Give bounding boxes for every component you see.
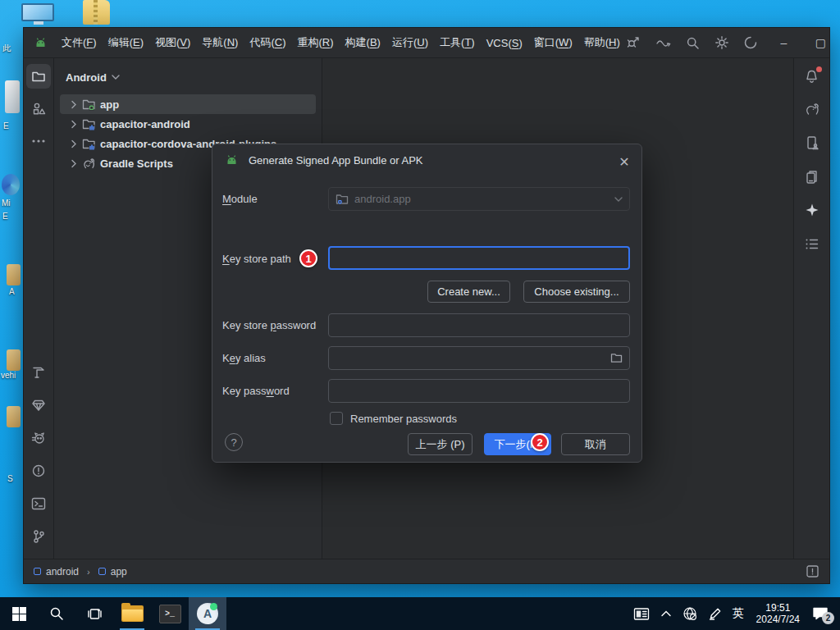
breadcrumb-app[interactable]: app: [111, 566, 127, 578]
module-folder-icon: [81, 98, 96, 111]
resource-manager-button[interactable]: [26, 96, 51, 121]
device-manager-button[interactable]: [800, 164, 824, 189]
keystore-password-field[interactable]: [328, 313, 630, 337]
more-toolwindows-button[interactable]: [26, 129, 51, 153]
gradle-icon: [81, 157, 96, 170]
statusbar-notifications-icon[interactable]: [806, 564, 819, 578]
browse-folder-icon[interactable]: [610, 353, 623, 363]
folder-icon-partial[interactable]: [7, 406, 21, 427]
folder-icon-partial[interactable]: [7, 264, 21, 285]
menu-item[interactable]: 窗口(W): [528, 35, 578, 50]
gemini-assistant-button[interactable]: [800, 198, 824, 222]
folder-icon-partial[interactable]: [7, 349, 21, 371]
attach-debugger-icon[interactable]: [626, 35, 641, 50]
zip-file-icon[interactable]: [83, 0, 110, 25]
notification-dot: [816, 66, 822, 72]
structure-button[interactable]: [800, 231, 824, 256]
desktop-label: S: [7, 474, 13, 483]
gradle-toolwindow-button[interactable]: [800, 97, 824, 121]
project-toolwindow-button[interactable]: [26, 64, 51, 89]
tree-item-label: capacitor-android: [100, 118, 190, 130]
maximize-button[interactable]: ▢: [802, 28, 839, 58]
command-prompt-button[interactable]: >_: [151, 597, 189, 630]
desktop-label: vehi: [1, 371, 16, 380]
dialog-close-icon[interactable]: ✕: [615, 153, 633, 171]
search-icon[interactable]: [686, 36, 700, 50]
key-alias-label: Key alias: [222, 352, 266, 364]
generate-signed-bundle-dialog: Generate Signed App Bundle or APK ✕ Modu…: [212, 144, 642, 463]
settings-icon[interactable]: [714, 35, 729, 50]
tree-item-label: app: [100, 98, 119, 111]
expand-chevron-icon[interactable]: [71, 159, 77, 168]
menu-item[interactable]: 导航(N): [196, 35, 244, 50]
app-quality-insights-button[interactable]: [26, 393, 51, 418]
taskbar-clock[interactable]: 19:51 2024/7/24: [750, 602, 806, 625]
key-password-input[interactable]: [336, 385, 623, 397]
minimize-button[interactable]: –: [765, 28, 802, 58]
version-control-button[interactable]: [26, 524, 51, 549]
expand-chevron-icon[interactable]: [71, 120, 77, 129]
breadcrumb-android[interactable]: android: [46, 566, 79, 578]
key-password-label: Key password: [222, 385, 290, 397]
create-new-button[interactable]: Create new...: [427, 281, 510, 303]
android-studio-taskbar-button[interactable]: A: [189, 597, 226, 630]
desktop-icon-partial[interactable]: [5, 80, 20, 113]
key-alias-field[interactable]: [328, 346, 630, 370]
keystore-path-field[interactable]: [328, 246, 630, 270]
network-offline-icon[interactable]: [677, 597, 703, 630]
key-alias-input[interactable]: [336, 352, 610, 364]
show-hidden-icons-button[interactable]: [655, 597, 677, 630]
problems-button[interactable]: [26, 459, 51, 483]
remember-passwords-checkbox[interactable]: [330, 412, 343, 425]
menu-item[interactable]: VCS(S): [481, 37, 528, 49]
menu-item[interactable]: 文件(F): [56, 35, 103, 50]
key-password-field[interactable]: [328, 379, 630, 403]
profiler-icon[interactable]: [655, 36, 671, 49]
project-view-selector[interactable]: Android: [54, 66, 322, 88]
previous-button[interactable]: 上一步 (P): [408, 433, 472, 455]
module-select[interactable]: android.app: [328, 187, 630, 211]
menu-item[interactable]: 视图(V): [149, 35, 196, 50]
keystore-password-input[interactable]: [336, 319, 623, 331]
taskbar-search-button[interactable]: [38, 597, 75, 630]
tree-row[interactable]: capacitor-android: [60, 114, 316, 134]
left-tool-stripe: [24, 58, 54, 559]
keystore-password-label: Key store password: [222, 319, 316, 331]
tree-row[interactable]: app: [60, 94, 316, 114]
menu-item[interactable]: 运行(U): [386, 35, 434, 50]
title-bar: 文件(F) 编辑(E) 视图(V) 导航(N) 代码(C) 重构(R) 构建(B…: [24, 28, 829, 58]
ime-pen-icon[interactable]: [703, 597, 727, 630]
input-language-indicator[interactable]: 英: [727, 597, 750, 630]
menu-item[interactable]: 工具(T): [434, 35, 481, 50]
expand-chevron-icon[interactable]: [71, 100, 77, 109]
expand-chevron-icon[interactable]: [71, 139, 77, 148]
running-devices-button[interactable]: [800, 130, 824, 155]
menu-item[interactable]: 重构(R): [292, 35, 340, 50]
project-view-label: Android: [66, 71, 107, 84]
help-icon[interactable]: ?: [225, 433, 243, 451]
titlebar-actions: [626, 35, 765, 50]
task-view-button[interactable]: [75, 597, 113, 630]
terminal-button[interactable]: [26, 491, 51, 516]
breadcrumb: android › app: [34, 566, 127, 578]
desktop: 此 E Mi E A vehi S 文件(F) 编辑(E) 视图(V) 导航(: [0, 0, 840, 630]
library-folder-icon: [81, 137, 96, 150]
notifications-button[interactable]: [800, 64, 824, 89]
cancel-button[interactable]: 取消: [561, 433, 630, 455]
this-pc-icon[interactable]: [21, 3, 56, 25]
menu-item[interactable]: 帮助(H): [578, 35, 626, 50]
menu-item[interactable]: 构建(B): [340, 35, 386, 50]
news-widget-button[interactable]: [628, 597, 655, 630]
edge-icon-partial[interactable]: [2, 174, 20, 195]
file-explorer-button[interactable]: [113, 597, 151, 630]
dialog-title: Generate Signed App Bundle or APK: [249, 154, 423, 167]
keystore-path-input[interactable]: [336, 252, 622, 264]
android-icon: [225, 154, 239, 167]
build-toolwindow-button[interactable]: [26, 360, 51, 385]
action-center-button[interactable]: 2: [806, 597, 840, 630]
start-button[interactable]: [0, 597, 38, 630]
menu-item[interactable]: 编辑(E): [103, 35, 149, 50]
choose-existing-button[interactable]: Choose existing...: [523, 281, 630, 303]
menu-item[interactable]: 代码(C): [244, 35, 291, 50]
logcat-button[interactable]: [26, 426, 51, 450]
